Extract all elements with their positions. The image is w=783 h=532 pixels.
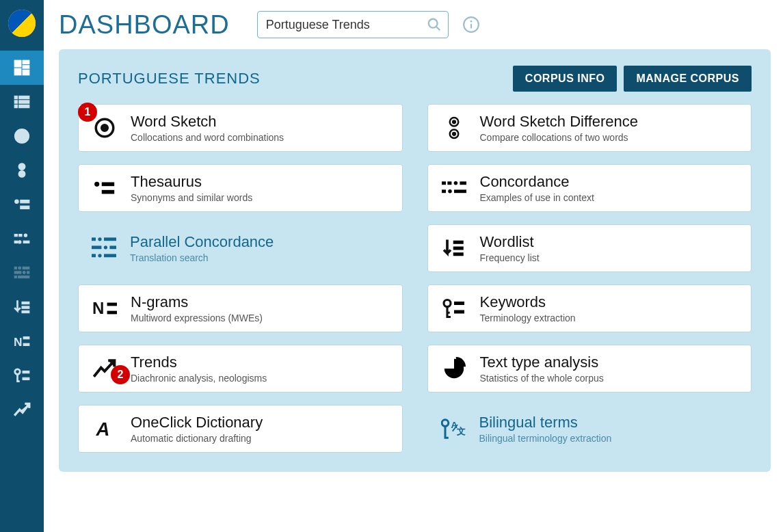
svg-point-17 <box>15 200 18 203</box>
card-subtitle: Bilingual terminology extraction <box>479 433 612 444</box>
svg-point-82 <box>442 420 449 427</box>
svg-rect-32 <box>14 276 16 278</box>
card-subtitle: Diachronic analysis, neologisms <box>131 373 267 384</box>
svg-rect-65 <box>104 237 116 241</box>
svg-rect-41 <box>23 371 29 373</box>
concordance-icon <box>440 178 468 198</box>
svg-point-27 <box>18 267 21 269</box>
svg-rect-60 <box>442 189 446 193</box>
svg-rect-62 <box>454 189 466 193</box>
info-icon[interactable] <box>462 16 480 34</box>
main: 1 2 DASHBOARD PORTUGUESE TRENDS CORPUS I… <box>44 0 783 532</box>
svg-point-78 <box>444 300 451 307</box>
svg-rect-21 <box>19 235 22 237</box>
svg-point-16 <box>21 173 23 175</box>
card-subtitle: Terminology extraction <box>480 312 576 323</box>
card-tta[interactable]: Text type analysis Statistics of the who… <box>427 345 752 393</box>
card-keywords[interactable]: Keywords Terminology extraction <box>427 284 752 332</box>
svg-point-58 <box>453 181 457 185</box>
svg-point-40 <box>15 369 21 375</box>
svg-point-30 <box>23 271 25 274</box>
svg-rect-42 <box>23 377 29 380</box>
card-title: Bilingual terms <box>479 414 612 431</box>
page-title: DASHBOARD <box>59 10 230 40</box>
card-subtitle: Compare collocations of two words <box>480 132 639 143</box>
card-ngrams[interactable]: N N-grams Multiword expressions (MWEs) <box>78 284 403 332</box>
svg-rect-23 <box>14 241 17 243</box>
svg-rect-66 <box>92 245 101 249</box>
svg-rect-36 <box>22 310 29 312</box>
nav-dashboard[interactable] <box>0 51 44 85</box>
card-ocd[interactable]: A OneClick Dictionary Automatic dictiona… <box>78 405 403 453</box>
card-subtitle: Synonyms and similar words <box>131 192 252 203</box>
svg-text:A: A <box>96 418 110 439</box>
card-biling[interactable]: A文 Bilingual terms Bilingual terminology… <box>427 405 752 453</box>
card-subtitle: Multiword expressions (MWEs) <box>131 312 263 323</box>
svg-rect-54 <box>102 183 114 187</box>
svg-rect-19 <box>21 206 29 209</box>
nav-thesaurus[interactable] <box>0 187 44 222</box>
svg-rect-29 <box>14 271 21 274</box>
svg-rect-63 <box>92 237 96 241</box>
nav-concordance[interactable] <box>0 222 44 256</box>
card-title: Text type analysis <box>480 354 604 371</box>
svg-rect-7 <box>14 101 17 103</box>
card-title: Thesaurus <box>131 173 252 191</box>
nav-ngrams[interactable]: N <box>0 324 44 358</box>
card-concordance[interactable]: Concordance Examples of use in context <box>427 164 752 212</box>
svg-rect-71 <box>104 254 116 257</box>
nav-wordsketch[interactable] <box>0 119 44 153</box>
svg-point-48 <box>102 125 108 131</box>
corpus-search-input[interactable] <box>257 11 449 38</box>
svg-rect-5 <box>14 96 17 98</box>
manage-corpus-button[interactable]: MANAGE CORPUS <box>624 66 752 92</box>
keywords-icon <box>440 298 468 319</box>
svg-rect-10 <box>19 105 29 107</box>
nav-corpora[interactable] <box>0 85 44 119</box>
dashboard-icon <box>13 59 31 77</box>
svg-rect-76 <box>107 303 117 306</box>
double-circle-icon <box>13 161 31 179</box>
card-wordlist[interactable]: Wordlist Frequency list <box>427 224 752 272</box>
card-wordsketch[interactable]: Word Sketch Collocations and word combin… <box>78 104 403 152</box>
card-title: Concordance <box>480 173 594 191</box>
list-icon <box>13 93 31 111</box>
concordance-icon <box>13 230 31 248</box>
svg-rect-68 <box>109 245 116 249</box>
topbar: DASHBOARD <box>59 3 771 46</box>
svg-point-14 <box>21 165 23 168</box>
card-parconc[interactable]: Parallel Concordance Translation search <box>78 224 403 272</box>
dictionary-icon: A <box>91 418 118 439</box>
card-title: Keywords <box>480 293 576 311</box>
svg-rect-1 <box>23 60 29 64</box>
svg-point-64 <box>98 237 101 241</box>
search-icon[interactable] <box>427 17 442 32</box>
nav-wsdiff[interactable] <box>0 153 44 187</box>
card-wsdiff[interactable]: Word Sketch Difference Compare collocati… <box>427 104 752 152</box>
nav-parconc[interactable] <box>0 256 44 290</box>
corpus-name: PORTUGUESE TRENDS <box>78 70 261 88</box>
svg-rect-18 <box>21 200 29 203</box>
svg-rect-26 <box>14 267 16 269</box>
svg-rect-74 <box>453 252 463 256</box>
corpus-info-button[interactable]: CORPUS INFO <box>513 66 618 92</box>
svg-rect-34 <box>22 302 29 304</box>
nav-keywords[interactable] <box>0 358 44 393</box>
svg-rect-9 <box>14 105 17 107</box>
card-thesaurus[interactable]: Thesaurus Synonyms and similar words <box>78 164 403 212</box>
app-logo[interactable] <box>8 10 36 37</box>
svg-text:N: N <box>92 299 104 317</box>
svg-rect-80 <box>454 310 464 314</box>
svg-point-53 <box>94 182 99 187</box>
tools-grid: Word Sketch Collocations and word combin… <box>78 104 752 453</box>
nav-trends[interactable] <box>0 393 44 427</box>
svg-rect-6 <box>19 96 29 98</box>
svg-rect-3 <box>14 68 21 75</box>
dashboard-panel: PORTUGUESE TRENDS CORPUS INFO MANAGE COR… <box>59 49 771 472</box>
trends-icon <box>13 401 31 418</box>
card-title: Wordlist <box>480 233 540 251</box>
svg-rect-59 <box>460 181 466 185</box>
svg-rect-55 <box>102 190 114 194</box>
nav-wordlist[interactable] <box>0 290 44 324</box>
target-icon <box>91 116 118 139</box>
